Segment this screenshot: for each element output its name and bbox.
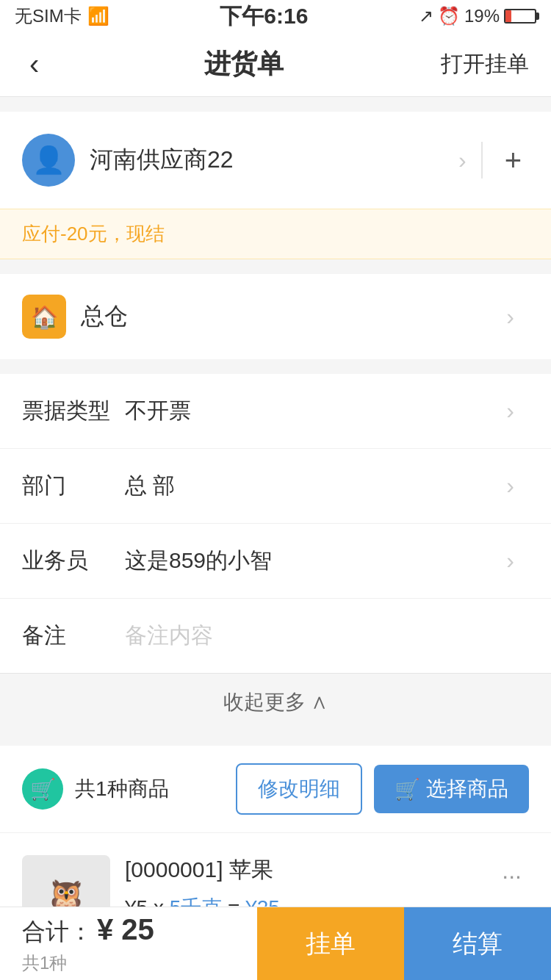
product-icon-symbol: 🛒 (30, 777, 56, 801)
department-value: 总 部 (110, 471, 506, 501)
department-chevron: › (506, 472, 514, 500)
salesperson-chevron: › (506, 547, 514, 574)
warehouse-icon-symbol: 🏠 (31, 304, 58, 330)
remark-label: 备注 (22, 621, 110, 651)
select-product-button[interactable]: 🛒 选择商品 (374, 765, 529, 813)
total-amount: ¥ 25 (97, 913, 154, 946)
product-count: 共1种商品 (75, 775, 236, 803)
supplier-avatar: 👤 (22, 134, 75, 187)
notice-bar: 应付-20元，现结 (0, 209, 551, 259)
page-title: 进货单 (204, 46, 284, 82)
remark-row[interactable]: 备注 备注内容 (0, 599, 551, 673)
wifi-icon: 📶 (87, 6, 109, 26)
department-row[interactable]: 部门 总 部 › (0, 449, 551, 524)
invoice-type-chevron: › (506, 397, 514, 425)
add-supplier-button[interactable]: + (497, 144, 529, 177)
hang-button[interactable]: 挂单 (257, 907, 404, 981)
product-name: [0000001] 苹果 (125, 855, 494, 885)
warehouse-icon: 🏠 (22, 295, 66, 339)
product-more-button[interactable]: ··· (494, 855, 529, 897)
supplier-row[interactable]: 👤 河南供应商22 › + (0, 112, 551, 209)
status-right: ↗ ⏰ 19% (419, 6, 536, 26)
edit-detail-button[interactable]: 修改明细 (236, 763, 362, 815)
notice-text: 应付-20元，现结 (22, 223, 165, 245)
signal-text: 无SIM卡 (15, 4, 82, 28)
warehouse-chevron-icon: › (506, 303, 514, 331)
total-area: 合计： ¥ 25 共1种 (0, 913, 257, 975)
product-header: 🛒 共1种商品 修改明细 🛒 选择商品 (0, 746, 551, 833)
total-label: 合计： (22, 916, 93, 948)
remark-input[interactable]: 备注内容 (110, 621, 529, 651)
battery-fill (505, 10, 511, 22)
select-product-label: 选择商品 (426, 775, 508, 803)
collapse-row[interactable]: 收起更多 ∧ (0, 673, 551, 731)
salesperson-row[interactable]: 业务员 这是859的小智 › (0, 524, 551, 599)
warehouse-name: 总仓 (81, 300, 506, 333)
bottom-bar: 合计： ¥ 25 共1种 挂单 结算 (0, 907, 551, 980)
invoice-type-row[interactable]: 票据类型 不开票 › (0, 374, 551, 449)
battery-text: 19% (464, 6, 500, 26)
location-icon: ↗ (419, 6, 433, 26)
product-section-icon: 🛒 (22, 768, 63, 810)
form-section: 票据类型 不开票 › 部门 总 部 › 业务员 这是859的小智 › 备注 备注… (0, 374, 551, 673)
status-time: 下午6:16 (220, 1, 308, 32)
alarm-icon: ⏰ (438, 6, 460, 26)
supplier-section: 👤 河南供应商22 › + 应付-20元，现结 (0, 112, 551, 259)
invoice-type-value: 不开票 (110, 396, 506, 426)
product-code: [0000001] 苹果 (125, 857, 273, 882)
back-button[interactable]: ‹ (22, 40, 46, 88)
warehouse-section[interactable]: 🏠 总仓 › (0, 274, 551, 359)
avatar-icon: 👤 (32, 145, 65, 176)
status-bar: 无SIM卡 📶 下午6:16 ↗ ⏰ 19% (0, 0, 551, 32)
nav-bar: ‹ 进货单 打开挂单 (0, 32, 551, 97)
battery-icon (504, 9, 536, 24)
collapse-label: 收起更多 ∧ (223, 691, 328, 713)
department-label: 部门 (22, 471, 110, 501)
supplier-name: 河南供应商22 (90, 144, 458, 176)
total-sub: 共1种 (22, 951, 235, 975)
salesperson-label: 业务员 (22, 546, 110, 576)
supplier-divider (481, 142, 483, 179)
select-product-icon: 🛒 (395, 777, 420, 801)
status-left: 无SIM卡 📶 (15, 4, 109, 28)
total-main: 合计： ¥ 25 (22, 913, 235, 948)
open-pending-button[interactable]: 打开挂单 (441, 49, 529, 79)
supplier-chevron-icon: › (458, 147, 467, 174)
salesperson-value: 这是859的小智 (110, 546, 506, 576)
checkout-button[interactable]: 结算 (404, 907, 551, 981)
invoice-type-label: 票据类型 (22, 396, 110, 426)
